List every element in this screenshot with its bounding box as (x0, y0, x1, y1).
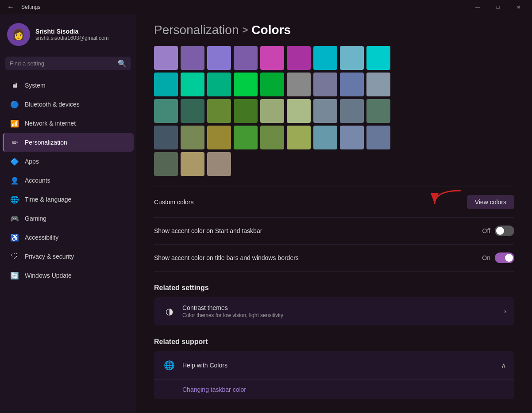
accent-taskbar-row: Show accent color on Start and taskbar O… (154, 218, 514, 245)
sidebar-item-accessibility[interactable]: ♿ Accessibility (3, 228, 134, 247)
sidebar-label-apps: Apps (25, 158, 39, 165)
color-swatch-2-3[interactable] (234, 99, 258, 123)
contrast-themes-title: Contrast themes (182, 304, 498, 311)
sidebar-item-apps[interactable]: 🔷 Apps (3, 152, 134, 171)
color-swatch-2-2[interactable] (207, 99, 231, 123)
color-swatch-4-0[interactable] (154, 152, 178, 176)
accent-taskbar-toggle[interactable] (495, 226, 514, 236)
related-support-title: Related support (154, 338, 514, 346)
contrast-themes-card[interactable]: ◑ Contrast themes Color themes for low v… (154, 297, 514, 325)
custom-colors-row: Custom colors View colors (154, 187, 514, 218)
changing-taskbar-color-link[interactable]: Changing taskbar color (154, 380, 514, 399)
sidebar-item-accounts[interactable]: 👤 Accounts (3, 171, 134, 190)
color-swatch-3-5[interactable] (287, 126, 311, 149)
color-swatch-1-0[interactable] (154, 73, 178, 96)
contrast-themes-desc: Color themes for low vision, light sensi… (182, 312, 498, 318)
contrast-themes-chevron: › (504, 307, 506, 315)
breadcrumb-parent[interactable]: Personalization (154, 23, 239, 37)
accent-taskbar-label: Show accent color on Start and taskbar (154, 227, 262, 234)
color-swatch-2-0[interactable] (154, 99, 178, 123)
color-swatch-0-6[interactable] (313, 46, 337, 70)
gaming-icon: 🎮 (10, 214, 19, 223)
titlebar-left: ← Settings (4, 1, 40, 13)
color-swatch-0-2[interactable] (207, 46, 231, 70)
accessibility-icon: ♿ (10, 233, 19, 242)
search-input[interactable] (10, 60, 114, 67)
network-icon: 📶 (10, 119, 19, 128)
color-swatch-3-3[interactable] (234, 126, 258, 149)
main-layout: 👩 Srishti Sisodia srishti.sisodia1603@gm… (0, 14, 532, 413)
color-swatch-3-4[interactable] (260, 126, 284, 149)
sidebar-label-time: Time & language (25, 196, 71, 203)
color-row-4 (154, 152, 514, 176)
search-icon: 🔍 (118, 59, 127, 68)
accent-border-toggle-group: On (482, 252, 514, 263)
sidebar-label-accounts: Accounts (25, 177, 50, 184)
content-inner: Personalization > Colors Custom colors (136, 14, 532, 413)
color-swatch-1-7[interactable] (340, 73, 364, 96)
titlebar-title: Settings (21, 4, 40, 10)
system-icon: 🖥 (10, 80, 19, 90)
contrast-themes-row: ◑ Contrast themes Color themes for low v… (154, 297, 514, 325)
color-swatch-0-0[interactable] (154, 46, 178, 70)
color-swatch-0-3[interactable] (234, 46, 258, 70)
sidebar-label-personalization: Personalization (25, 139, 67, 146)
sidebar-item-update[interactable]: 🔄 Windows Update (3, 266, 134, 285)
color-swatch-1-8[interactable] (366, 73, 390, 96)
color-row-3 (154, 126, 514, 149)
user-email: srishti.sisodia1603@gmail.com (35, 35, 109, 41)
color-swatch-2-1[interactable] (181, 99, 204, 123)
get-help-row[interactable]: 💬 Get help (154, 410, 514, 413)
minimize-button[interactable]: — (467, 0, 488, 14)
titlebar: ← Settings — □ ✕ (0, 0, 532, 14)
view-colors-button[interactable]: View colors (467, 195, 514, 209)
sidebar-item-gaming[interactable]: 🎮 Gaming (3, 209, 134, 228)
contrast-themes-icon: ◑ (162, 304, 176, 318)
sidebar-item-time[interactable]: 🌐 Time & language (3, 190, 134, 209)
maximize-button[interactable]: □ (488, 0, 508, 14)
arrow-annotation (426, 186, 466, 208)
color-swatch-4-1[interactable] (181, 152, 204, 176)
sidebar-item-network[interactable]: 📶 Network & internet (3, 114, 134, 133)
titlebar-controls: — □ ✕ (467, 0, 528, 14)
color-swatch-0-5[interactable] (287, 46, 311, 70)
color-swatch-3-7[interactable] (340, 126, 364, 149)
color-swatch-0-7[interactable] (340, 46, 364, 70)
accent-taskbar-toggle-group: Off (482, 226, 514, 236)
color-swatch-1-2[interactable] (207, 73, 231, 96)
color-swatch-3-1[interactable] (181, 126, 204, 149)
color-swatch-3-8[interactable] (366, 126, 390, 149)
support-header[interactable]: 🌐 Help with Colors ∧ (154, 351, 514, 379)
color-swatch-3-2[interactable] (207, 126, 231, 149)
color-swatch-3-0[interactable] (154, 126, 178, 149)
color-swatch-3-6[interactable] (313, 126, 337, 149)
sidebar-item-privacy[interactable]: 🛡 Privacy & security (3, 247, 134, 266)
color-swatch-4-2[interactable] (207, 152, 231, 176)
color-swatch-2-6[interactable] (313, 99, 337, 123)
color-swatch-2-7[interactable] (340, 99, 364, 123)
related-settings-title: Related settings (154, 284, 514, 292)
color-swatch-2-4[interactable] (260, 99, 284, 123)
sidebar-item-bluetooth[interactable]: 🔵 Bluetooth & devices (3, 95, 134, 114)
color-swatch-0-8[interactable] (366, 46, 390, 70)
sidebar-item-system[interactable]: 🖥 System (3, 76, 134, 95)
color-swatch-0-1[interactable] (181, 46, 204, 70)
color-swatch-1-3[interactable] (234, 73, 258, 96)
sidebar-label-gaming: Gaming (25, 215, 46, 222)
close-button[interactable]: ✕ (508, 0, 528, 14)
help-colors-card: 🌐 Help with Colors ∧ Changing taskbar co… (154, 351, 514, 399)
color-swatch-1-4[interactable] (260, 73, 284, 96)
color-swatch-2-8[interactable] (366, 99, 390, 123)
color-swatch-1-6[interactable] (313, 73, 337, 96)
back-button[interactable]: ← (4, 1, 18, 13)
accent-border-toggle[interactable] (495, 252, 514, 263)
sidebar: 👩 Srishti Sisodia srishti.sisodia1603@gm… (0, 14, 136, 413)
color-swatch-1-1[interactable] (181, 73, 204, 96)
sidebar-item-personalization[interactable]: ✏ Personalization (3, 133, 134, 152)
search-box[interactable]: 🔍 (5, 57, 131, 70)
color-swatch-1-5[interactable] (287, 73, 311, 96)
sidebar-label-accessibility: Accessibility (25, 234, 58, 241)
footer-links: 💬 Get help 👤 Give feedback (154, 410, 514, 413)
color-swatch-0-4[interactable] (260, 46, 284, 70)
color-swatch-2-5[interactable] (287, 99, 311, 123)
